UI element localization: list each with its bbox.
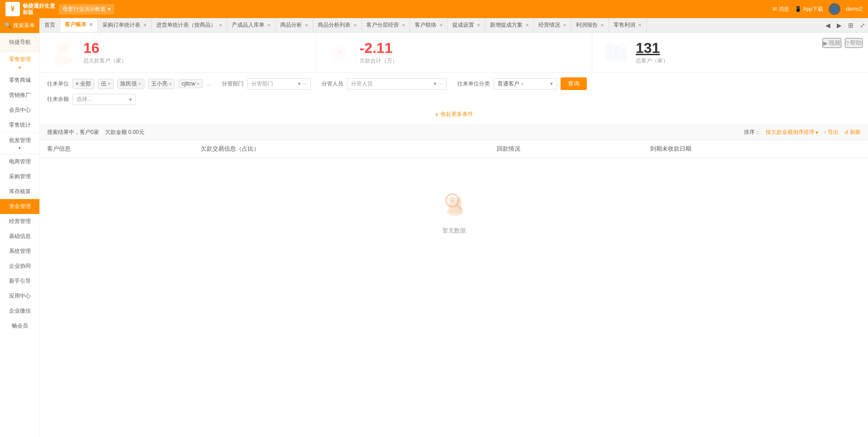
refresh-button[interactable]: ↺ 刷新: [844, 128, 861, 136]
tab-close-icon[interactable]: ✕: [353, 23, 357, 28]
logo-text: 畅捷通好生意 标版: [23, 3, 55, 16]
sidebar-search[interactable]: 🔍 搜索菜单: [0, 18, 39, 33]
filter-tag-unit-chen: 陈民强 ×: [117, 79, 144, 89]
tab-customer-segment[interactable]: 客户分层经营 ✕: [362, 18, 410, 33]
sidebar-item-quick-nav[interactable]: 快捷导航: [0, 36, 39, 49]
tab-add-commission[interactable]: 新增提成方案 ✕: [485, 18, 534, 33]
tab-customer-ledger[interactable]: 客户账本 ✕: [60, 18, 98, 33]
balance-select[interactable]: 选择... ▾: [72, 94, 136, 105]
sidebar-item-app-center[interactable]: 应用中心: [0, 289, 39, 304]
tab-purchase-order-stats[interactable]: 采购订单统计表 ✕: [98, 18, 152, 33]
dept-select[interactable]: 分管部门 ▾ ···: [247, 78, 311, 90]
sidebar-item-beginner-guide[interactable]: 新手引导: [0, 274, 39, 289]
tab-customer-contact[interactable]: 客户联络 ✕: [410, 18, 448, 33]
sidebar-item-label: 系统管理: [9, 247, 31, 255]
tab-product-analysis-list[interactable]: 商品分析列表 ✕: [313, 18, 362, 33]
sidebar-item-marketing[interactable]: 营销推广: [0, 88, 39, 103]
tab-close-icon[interactable]: ✕: [143, 23, 147, 28]
unit-class-select[interactable]: 普通客户 × ▾: [494, 78, 557, 90]
sidebar-item-label: 经营管理: [9, 218, 31, 225]
sidebar-item-retail-stats[interactable]: 零售统计: [0, 118, 39, 133]
sidebar-item-wholesale-mgmt[interactable]: 批发管理 ▾: [0, 133, 39, 154]
tab-close-icon[interactable]: ✕: [638, 23, 642, 28]
tab-label: 客户联络: [415, 21, 436, 29]
sidebar-item-operations[interactable]: 经营管理: [0, 214, 39, 229]
sidebar-item-ecommerce[interactable]: 电商管理: [0, 154, 39, 169]
stat-label-1: 总欠款客户（家）: [83, 57, 127, 65]
tab-purchase-goods-stats[interactable]: 进货单统计表（按商品） ✕: [152, 18, 227, 33]
chevron-up-icon: ∧: [435, 111, 439, 118]
sidebar-item-label: 批发管理: [9, 137, 31, 144]
tab-label: 提成设置: [452, 21, 474, 29]
sidebar-item-basic-info[interactable]: 基础信息: [0, 229, 39, 244]
search-button[interactable]: 查询: [561, 77, 587, 90]
export-button[interactable]: ↑ 导出: [824, 128, 839, 136]
collapse-button[interactable]: ∧ 收起更多条件: [47, 109, 861, 120]
stat-info-1: 16 总欠款客户（家）: [83, 41, 127, 65]
sidebar-item-retail-mall[interactable]: 零售商城: [0, 73, 39, 88]
sidebar-item-inventory[interactable]: 库存核算: [0, 184, 39, 199]
chevron-down-icon: ▾: [550, 81, 553, 87]
tab-label: 首页: [44, 21, 55, 29]
org-selector[interactable]: 母婴行业演示帐套 ▾: [59, 4, 114, 14]
tab-label: 客户分层经营: [366, 21, 399, 29]
tab-close-icon[interactable]: ✕: [267, 23, 271, 28]
tab-close-icon[interactable]: ✕: [402, 23, 405, 28]
sort-select[interactable]: 按欠款金额倒序排序 ▾: [766, 128, 818, 136]
help-button[interactable]: ? 帮助: [845, 38, 863, 48]
remove-tag-wu[interactable]: ×: [108, 81, 110, 86]
avatar[interactable]: 👤: [829, 3, 840, 15]
person-select[interactable]: 分管人员 ▾ ···: [347, 78, 446, 90]
tab-close-icon[interactable]: ✕: [305, 23, 308, 28]
message-button[interactable]: ✉ 消息: [772, 5, 789, 13]
tab-close-icon[interactable]: ✕: [600, 23, 604, 28]
sidebar-item-enterprise-collab[interactable]: 企业协同: [0, 259, 39, 274]
tab-close-icon[interactable]: ✕: [219, 23, 222, 28]
tab-prev-button[interactable]: ◀: [823, 18, 833, 33]
tab-home[interactable]: 首页: [40, 18, 60, 33]
tab-next-button[interactable]: ▶: [834, 18, 844, 33]
tab-business-status[interactable]: 经营情况 ✕: [534, 18, 571, 33]
remove-tag-chen[interactable]: ×: [138, 81, 141, 86]
tab-more-button[interactable]: ⊞: [845, 18, 856, 33]
tab-retail-profit[interactable]: 零售利润 ✕: [609, 18, 647, 33]
tab-commission-settings[interactable]: 提成设置 ✕: [448, 18, 485, 33]
header-right: ✉ 消息 📱 App下载 👤 demo2: [772, 3, 863, 15]
tab-close-icon[interactable]: ✕: [563, 23, 566, 28]
tab-close-icon[interactable]: ✕: [525, 23, 529, 28]
tab-profit-report[interactable]: 利润报告 ✕: [571, 18, 609, 33]
remove-tag-normal[interactable]: ×: [521, 81, 523, 86]
sidebar-item-retail-mgmt[interactable]: 零售管理 ▲: [0, 52, 39, 73]
chevron-down-icon: ▾: [815, 129, 818, 136]
stat-debt-total: ✦ -2.11 欠款合计（万）: [316, 33, 592, 72]
sidebar-item-wechat-enterprise[interactable]: 企业微信: [0, 304, 39, 318]
tab-close-icon[interactable]: ✕: [439, 23, 443, 28]
sidebar-item-member[interactable]: 畅会员: [0, 318, 39, 333]
tab-product-analysis[interactable]: 商品分析 ✕: [276, 18, 313, 33]
svg-point-16: [450, 198, 451, 200]
video-help-button[interactable]: ▶ 视频: [822, 38, 841, 48]
ellipsis-icon: ···: [438, 81, 442, 86]
tab-close-icon[interactable]: ✕: [477, 23, 480, 28]
filter-row-1: 往来单位 × 全部 伍 × 陈民强 × 王小亮 ×: [47, 77, 861, 90]
remove-tag-wang[interactable]: ×: [169, 81, 172, 86]
filter-more-btn[interactable]: ...: [206, 81, 211, 87]
sidebar-item-label: 企业协同: [9, 262, 31, 270]
sidebar-item-member-center[interactable]: 会员中心: [0, 103, 39, 118]
remove-tag-cjttcw[interactable]: ×: [197, 81, 199, 86]
app-download-button[interactable]: 📱 App下载: [795, 5, 823, 13]
table-body: 暂无数据: [40, 158, 868, 262]
tab-collapse-button[interactable]: ⤢: [857, 18, 868, 33]
person-filter-label: 分管人员: [321, 80, 343, 88]
chevron-down-icon: ▾: [129, 96, 132, 103]
sidebar-item-purchase[interactable]: 采购管理: [0, 169, 39, 184]
tab-close-icon[interactable]: ✕: [89, 22, 93, 27]
results-amount: 欠款金额 0.00元: [105, 129, 144, 135]
chevron-down-icon: ▾: [108, 6, 110, 12]
sidebar-item-finance[interactable]: 资金管理: [0, 199, 39, 214]
balance-filter-label: 往来余额: [47, 95, 69, 103]
sidebar-item-system-mgmt[interactable]: 系统管理: [0, 244, 39, 259]
stat-label-3: 总客户（家）: [636, 57, 668, 65]
logo-line1: 畅捷通好生意: [23, 3, 55, 9]
tab-product-inbound[interactable]: 产成品入库单 ✕: [227, 18, 276, 33]
